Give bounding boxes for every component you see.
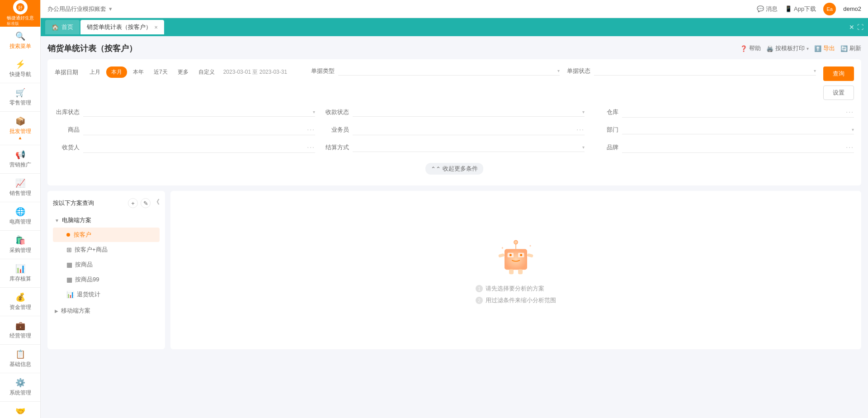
user-name[interactable]: demo2 [843, 5, 861, 12]
dropdown-icon[interactable]: ▾ [109, 5, 112, 12]
tab-sales-stat[interactable]: 销货单统计表（按客户） ✕ [80, 20, 164, 34]
tab-home[interactable]: 🏠 首页 [45, 20, 80, 34]
settings-button[interactable]: 设置 [823, 86, 854, 100]
body-area: 按以下方案查询 + ✎ 《 ▼ [47, 191, 861, 349]
logo[interactable]: 好 畅捷通好生意 标准版 [0, 0, 41, 27]
sidebar-item-sales[interactable]: 📈 销售管理 [0, 174, 41, 202]
scheme-item-customer-goods[interactable]: ⊞ 按客户+商品 [53, 242, 160, 257]
pc-scheme-group: ▼ 电脑端方案 按客户 ⊞ 按客户+商品 ▦ [47, 214, 165, 302]
staff-dots[interactable]: ··· [576, 126, 585, 133]
expand-icon: ▼ [55, 218, 59, 223]
date-btn-7days[interactable]: 近7天 [150, 66, 172, 78]
receiver-control[interactable]: ··· [83, 142, 315, 153]
filter-panel: 单据日期 上月 本月 本年 近7天 更多 自定义 2023-03-01 至 20… [47, 59, 861, 185]
dept-item: 部门 ▾ [594, 124, 854, 135]
brand-dots[interactable]: ··· [846, 143, 854, 151]
order-status-control[interactable]: ▾ [594, 66, 816, 76]
svg-point-6 [520, 254, 522, 256]
collapse-panel-btn[interactable]: 《 [153, 198, 160, 208]
stock-status-item: 出库状态 ▾ [55, 106, 315, 118]
mobile-group-header[interactable]: ▶ 移动端方案 [51, 304, 161, 318]
system-icon: ⚙️ [15, 378, 25, 388]
date-buttons: 上月 本月 本年 近7天 更多 自定义 2023-03-01 至 2023-03… [85, 66, 287, 78]
export-btn[interactable]: ⬆️ 导出 [814, 44, 835, 52]
sidebar-item-purchase[interactable]: 🛍️ 采购管理 [0, 231, 41, 259]
sidebar-item-system[interactable]: ⚙️ 系统管理 [0, 373, 41, 402]
scheme-section: ▼ 电脑端方案 按客户 ⊞ 按客户+商品 ▦ [47, 213, 165, 320]
sidebar-item-retail[interactable]: 🛒 零售管理 [0, 83, 41, 112]
staff-control[interactable]: ··· [353, 124, 585, 135]
sidebar-item-wholesale[interactable]: 📦 批发管理 ▲ [0, 112, 41, 145]
tip-1: 1 请先选择要分析的方案 [476, 285, 556, 293]
settlement-arrow[interactable]: ▾ [582, 145, 585, 150]
filter-row-3: 商品 ··· 业务员 ··· 部门 [55, 124, 854, 135]
tab-close-icon[interactable]: ✕ [154, 25, 158, 30]
sidebar-item-finance[interactable]: 💰 资金管理 [0, 288, 41, 316]
print-btn[interactable]: 🖨️ 按模板打印 ▾ [766, 44, 809, 52]
sidebar-item-inventory[interactable]: 📊 库存核算 [0, 259, 41, 288]
goods-dots[interactable]: ··· [307, 126, 315, 133]
sidebar-item-cooperation[interactable]: 🤝 企业协同 [0, 402, 41, 418]
sidebar-item-business[interactable]: 💼 经营管理 [0, 316, 41, 345]
add-scheme-btn[interactable]: + [128, 198, 138, 208]
scheme-label: 退货统计 [77, 290, 100, 299]
close-window-icon[interactable]: ✕ [849, 24, 854, 31]
goods-item: 商品 ··· [55, 124, 315, 135]
sidebar-item-ecommerce[interactable]: 🌐 电商管理 [0, 202, 41, 231]
sidebar: 好 畅捷通好生意 标准版 🔍 搜索菜单 ⚡ 快捷导航 🛒 零售管理 📦 批发管理… [0, 0, 41, 418]
date-btn-last-month[interactable]: 上月 [85, 66, 104, 78]
sidebar-item-label: 电商管理 [9, 218, 31, 226]
date-btn-custom[interactable]: 自定义 [194, 66, 219, 78]
sidebar-item-search[interactable]: 🔍 搜索菜单 [0, 27, 41, 55]
maximize-icon[interactable]: ⛶ [857, 24, 863, 31]
order-type-arrow[interactable]: ▾ [557, 68, 560, 73]
stock-status-arrow[interactable]: ▾ [313, 109, 315, 114]
message-btn[interactable]: 💬 消息 [757, 5, 778, 13]
goods-label: 商品 [55, 126, 80, 134]
collapse-button[interactable]: ⌃⌃ 收起更多条件 [425, 163, 483, 175]
date-btn-this-month[interactable]: 本月 [106, 66, 127, 78]
app-download-btn[interactable]: 📱 App下载 [785, 5, 816, 13]
payment-status-arrow[interactable]: ▾ [582, 109, 585, 114]
page-actions: ❓ 帮助 🖨️ 按模板打印 ▾ ⬆️ 导出 🔄 刷新 [740, 44, 861, 52]
date-btn-more[interactable]: 更多 [174, 66, 193, 78]
user-avatar[interactable]: Ea [823, 3, 836, 15]
sidebar-item-quick-nav[interactable]: ⚡ 快捷导航 [0, 55, 41, 83]
scheme-item-by-customer[interactable]: 按客户 [53, 228, 160, 242]
edit-scheme-btn[interactable]: ✎ [141, 198, 151, 208]
order-type-control[interactable]: ▾ [338, 66, 560, 76]
dept-control[interactable]: ▾ [622, 125, 854, 134]
dept-arrow[interactable]: ▾ [852, 127, 854, 132]
stock-status-label: 出库状态 [55, 108, 80, 116]
pc-group-header[interactable]: ▼ 电脑端方案 [51, 214, 161, 227]
warehouse-item: 仓库 ··· [594, 106, 854, 118]
scheme-item-by-goods-99[interactable]: ▦ 按商品99 [53, 272, 160, 287]
settlement-item: 结算方式 ▾ [324, 142, 585, 153]
sidebar-item-label: 搜索菜单 [9, 43, 31, 50]
scheme-item-by-goods[interactable]: ▦ 按商品 [53, 257, 160, 272]
goods-control[interactable]: ··· [83, 124, 315, 135]
payment-status-control[interactable]: ▾ [353, 108, 585, 117]
print-dropdown-icon[interactable]: ▾ [807, 46, 809, 51]
sidebar-item-marketing[interactable]: 📢 营销推广 [0, 145, 41, 174]
settlement-control[interactable]: ▾ [353, 143, 585, 152]
date-btn-this-year[interactable]: 本年 [129, 66, 148, 78]
help-btn[interactable]: ❓ 帮助 [740, 44, 761, 52]
warehouse-dots[interactable]: ··· [846, 108, 854, 115]
sidebar-item-basic-info[interactable]: 📋 基础信息 [0, 345, 41, 373]
brand-label: 品牌 [594, 143, 618, 152]
scheme-label: 按商品 [75, 261, 93, 269]
warehouse-control[interactable]: ··· [622, 106, 854, 118]
refresh-btn[interactable]: 🔄 刷新 [840, 44, 861, 52]
stock-status-control[interactable]: ▾ [83, 108, 315, 117]
topbar: 办公用品行业模拟账套 ▾ 💬 消息 📱 App下载 Ea demo2 [41, 0, 868, 18]
query-button[interactable]: 查询 [823, 66, 854, 81]
order-status-arrow[interactable]: ▾ [814, 68, 816, 73]
scheme-item-return-stat[interactable]: 📊 退货统计 [53, 287, 160, 302]
ecommerce-icon: 🌐 [15, 207, 25, 217]
quicknav-icon: ⚡ [15, 59, 25, 69]
brand-control[interactable]: ··· [622, 142, 854, 153]
inventory-icon: 📊 [15, 264, 25, 274]
sidebar-item-label: 系统管理 [9, 389, 31, 397]
receiver-dots[interactable]: ··· [307, 143, 315, 151]
